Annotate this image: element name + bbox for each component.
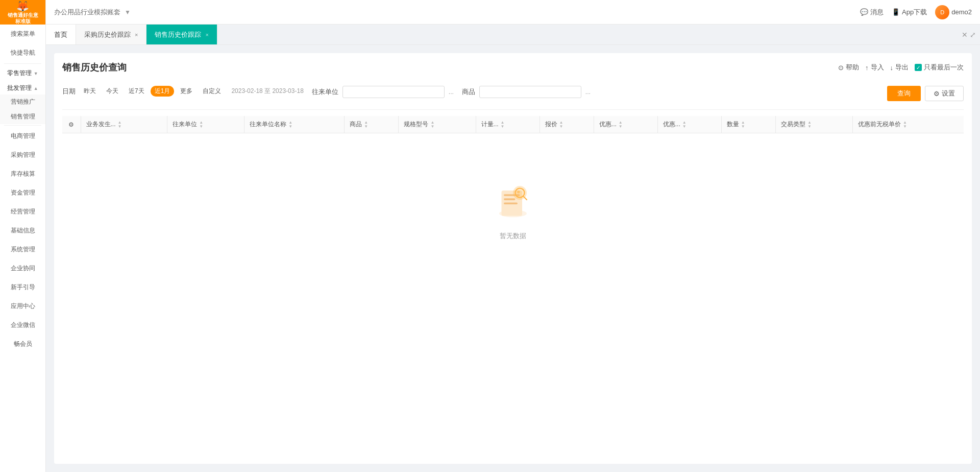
date-option-custom[interactable]: 自定义: [199, 86, 225, 97]
logo-text: 销售通好生意 标准版: [8, 12, 38, 25]
col-gear[interactable]: ⚙: [62, 116, 81, 133]
tab-sales-close[interactable]: ×: [205, 32, 208, 38]
sidebar-item-system[interactable]: 系统管理: [0, 240, 45, 259]
sort-arrows-9: ▲▼: [682, 121, 687, 129]
sidebar: 🦊 销售通好生意 标准版 搜索菜单 快捷导航 零售管理 ▼ 批发管理 ▲ 营销推…: [0, 0, 46, 472]
col-discount1[interactable]: 优惠... ▲▼: [594, 116, 657, 133]
sidebar-item-basic-info[interactable]: 基础信息: [0, 221, 45, 240]
tab-purchase-close[interactable]: ×: [135, 32, 138, 38]
app-download-icon: 📱: [892, 8, 900, 16]
sort-arrows-10: ▲▼: [741, 121, 745, 129]
sidebar-item-marketing[interactable]: 营销推广: [0, 95, 45, 109]
sidebar-item-wechat[interactable]: 企业微信: [0, 316, 45, 335]
only-last-checkbox[interactable]: ✓ 只看最后一次: [915, 63, 964, 72]
sort-arrows-12: ▲▼: [903, 121, 907, 129]
sidebar-item-wholesale[interactable]: 批发管理 ▲: [0, 80, 45, 95]
header-actions: ⊙ 帮助 ↑ 导入 ↓ 导出 ✓ 只看最后一次: [838, 63, 964, 72]
help-label: 帮助: [846, 63, 859, 72]
col-quantity[interactable]: 数量 ▲▼: [721, 116, 775, 133]
sidebar-item-app-center[interactable]: 应用中心: [0, 297, 45, 316]
sort-arrows-4: ▲▼: [364, 121, 368, 129]
sidebar-item-sales-mgmt[interactable]: 销售管理: [0, 109, 45, 124]
date-option-last7[interactable]: 近7天: [125, 86, 149, 97]
topbar-dropdown[interactable]: ▼: [125, 9, 131, 16]
page-title: 销售历史价查询: [62, 61, 127, 74]
empty-state: 暂无数据: [62, 133, 964, 281]
sidebar-item-purchase[interactable]: 采购管理: [0, 146, 45, 164]
sidebar-item-finance[interactable]: 资金管理: [0, 183, 45, 202]
sidebar-item-guide[interactable]: 新手引导: [0, 278, 45, 297]
message-icon: 💬: [860, 8, 868, 16]
source-unit-label: 往来单位: [312, 87, 338, 97]
product-dots[interactable]: ...: [585, 88, 591, 96]
tabs-close-all[interactable]: ✕: [962, 31, 968, 39]
topbar-title: 办公用品行业模拟账套: [54, 8, 120, 17]
source-unit-input[interactable]: [342, 86, 445, 98]
page-card: 销售历史价查询 ⊙ 帮助 ↑ 导入 ↓ 导出 ✓: [54, 53, 972, 464]
sidebar-item-operations[interactable]: 经营管理: [0, 202, 45, 221]
logo-icon: 🦊: [16, 0, 29, 12]
tab-purchase-history[interactable]: 采购历史价跟踪 ×: [76, 25, 146, 44]
tab-home-label: 首页: [54, 30, 67, 39]
sidebar-item-quick-nav[interactable]: 快捷导航: [0, 43, 45, 62]
export-icon: ↓: [890, 64, 894, 72]
sidebar-divider-1: [4, 63, 41, 64]
col-partner-name[interactable]: 往来单位名称 ▲▼: [244, 116, 345, 133]
col-trade-type[interactable]: 交易类型 ▲▼: [776, 116, 853, 133]
sort-arrows-7: ▲▼: [559, 121, 564, 129]
date-option-today[interactable]: 今天: [102, 86, 122, 97]
user-menu[interactable]: D demo2: [935, 5, 972, 19]
product-group: 商品 ...: [462, 86, 591, 98]
tab-sales-history[interactable]: 销售历史价跟踪 ×: [146, 25, 217, 44]
main-content: 办公用品行业模拟账套 ▼ 💬 消息 📱 App下载 D demo2 首页 采购历…: [46, 0, 980, 472]
app-download-button[interactable]: 📱 App下载: [892, 8, 927, 17]
export-button[interactable]: ↓ 导出: [890, 63, 909, 72]
col-partner-code[interactable]: 往来单位 ▲▼: [167, 116, 244, 133]
tab-home[interactable]: 首页: [46, 25, 76, 44]
import-label: 导入: [871, 63, 884, 72]
tabs-expand[interactable]: ⤢: [970, 31, 976, 39]
col-product[interactable]: 商品 ▲▼: [345, 116, 399, 133]
svg-rect-4: [504, 202, 518, 204]
col-pretax-price[interactable]: 优惠前无税单价 ▲▼: [853, 116, 964, 133]
sidebar-item-member[interactable]: 畅会员: [0, 335, 45, 353]
message-button[interactable]: 💬 消息: [860, 8, 884, 17]
logo-line2: 标准版: [8, 18, 38, 25]
settings-button[interactable]: ⚙ 设置: [925, 86, 964, 101]
date-option-more[interactable]: 更多: [176, 86, 197, 97]
date-option-last1m[interactable]: 近1月: [151, 86, 175, 97]
date-option-yesterday[interactable]: 昨天: [80, 86, 100, 97]
col-business-date[interactable]: 业务发生... ▲▼: [81, 116, 167, 133]
source-unit-dots[interactable]: ...: [449, 88, 454, 96]
checkbox-icon: ✓: [915, 64, 922, 71]
product-input[interactable]: [479, 86, 581, 98]
col-quote[interactable]: 报价 ▲▼: [540, 116, 594, 133]
product-label: 商品: [462, 87, 475, 97]
sort-arrows-6: ▲▼: [501, 121, 505, 129]
settings-label: 设置: [942, 89, 955, 98]
sort-arrows-2: ▲▼: [199, 121, 203, 129]
sort-arrows-3: ▲▼: [288, 121, 292, 129]
username: demo2: [951, 8, 972, 16]
svg-point-8: [517, 191, 520, 193]
col-unit[interactable]: 计量... ▲▼: [476, 116, 540, 133]
query-button[interactable]: 查询: [887, 86, 921, 101]
col-spec[interactable]: 规格型号 ▲▼: [399, 116, 476, 133]
col-discount2[interactable]: 优惠... ▲▼: [657, 116, 721, 133]
sidebar-item-retail[interactable]: 零售管理 ▼: [0, 65, 45, 80]
tab-sales-label: 销售历史价跟踪: [155, 30, 201, 39]
sidebar-item-enterprise[interactable]: 企业协同: [0, 259, 45, 278]
tabs-bar: 首页 采购历史价跟踪 × 销售历史价跟踪 × ✕ ⤢: [46, 25, 980, 45]
import-button[interactable]: ↑ 导入: [865, 63, 884, 72]
export-label: 导出: [895, 63, 909, 72]
retail-arrow: ▼: [34, 71, 38, 76]
sidebar-item-search-menu[interactable]: 搜索菜单: [0, 25, 45, 43]
sort-arrows-11: ▲▼: [807, 121, 812, 129]
sidebar-item-ecommerce[interactable]: 电商管理: [0, 127, 45, 146]
table-header-row: ⚙ 业务发生... ▲▼ 往来单位: [62, 116, 964, 133]
help-button[interactable]: ⊙ 帮助: [838, 63, 859, 72]
page-content: 销售历史价查询 ⊙ 帮助 ↑ 导入 ↓ 导出 ✓: [46, 45, 980, 472]
table-wrapper: ⚙ 业务发生... ▲▼ 往来单位: [62, 116, 964, 281]
sidebar-item-inventory[interactable]: 库存核算: [0, 164, 45, 183]
search-actions: 查询 ⚙ 设置: [887, 86, 964, 101]
